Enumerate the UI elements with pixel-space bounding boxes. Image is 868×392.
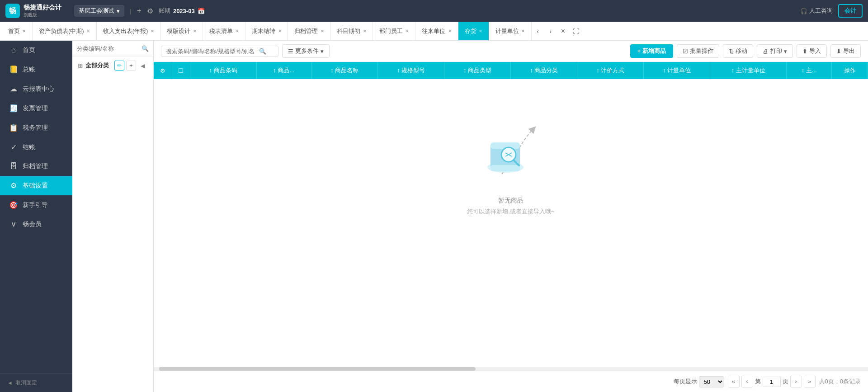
sidebar-item-member[interactable]: V 畅会员 <box>0 215 72 234</box>
last-page-button[interactable]: » <box>804 376 816 387</box>
tab-partner[interactable]: 往来单位 × <box>415 22 458 41</box>
sidebar-item-invoice[interactable]: 🧾 发票管理 <box>0 99 72 118</box>
tab-inventory[interactable]: 存货 × <box>458 22 489 41</box>
sidebar-guide-label: 新手引导 <box>23 201 48 209</box>
tab-inventory-label: 存货 <box>465 27 476 35</box>
sidebar-settlement-label: 结账 <box>23 143 35 151</box>
tab-close-all-button[interactable]: × <box>557 22 570 41</box>
tab-partner-close[interactable]: × <box>448 28 451 34</box>
tab-dept-close[interactable]: × <box>406 28 409 34</box>
sidebar-item-ledger[interactable]: 📒 总账 <box>0 60 72 79</box>
print-arrow-icon: ▾ <box>784 48 787 55</box>
col-spec[interactable]: ↕ 规格型号 <box>378 62 444 79</box>
category-edit-button[interactable]: ✏ <box>114 61 124 71</box>
export-label: 导出 <box>843 47 855 55</box>
tab-dept[interactable]: 部门员工 × <box>373 22 415 41</box>
tab-unit[interactable]: 计量单位 × <box>489 22 532 41</box>
calendar-icon[interactable]: 📅 <box>198 8 205 14</box>
tab-unit-label: 计量单位 <box>495 27 519 35</box>
category-search-input[interactable] <box>77 45 139 52</box>
col-price[interactable]: ↕ 计价方式 <box>577 62 644 79</box>
tab-subject[interactable]: 科目期初 × <box>330 22 373 41</box>
search-input[interactable] <box>166 48 256 55</box>
sidebar-item-guide[interactable]: 🎯 新手引导 <box>0 195 72 215</box>
tab-tax[interactable]: 税表清单 × <box>203 22 245 41</box>
sidebar-member-label: 畅会员 <box>23 220 42 228</box>
tab-balance[interactable]: 资产负债表(中期) × <box>33 22 97 41</box>
sidebar-archive-label: 归档管理 <box>23 162 48 170</box>
tab-archive[interactable]: 归档管理 × <box>288 22 330 41</box>
sidebar-item-tax[interactable]: 📋 税务管理 <box>0 118 72 137</box>
prev-page-button[interactable]: ‹ <box>741 376 753 387</box>
move-icon: ⇅ <box>729 48 734 55</box>
page-size-select[interactable]: 50 100 200 <box>699 376 724 387</box>
tab-income-close[interactable]: × <box>151 28 154 34</box>
tab-balance-close[interactable]: × <box>87 28 90 34</box>
col-main2[interactable]: ↕ 主... <box>787 62 832 79</box>
grid-icon: ⊞ <box>78 62 83 69</box>
filter-label: 更多条件 <box>295 47 319 55</box>
logo-area: 畅 畅捷通好会计 旗舰版 <box>5 4 69 18</box>
category-search-icon[interactable]: 🔍 <box>142 45 149 52</box>
page-number-input[interactable] <box>763 377 781 387</box>
new-product-button[interactable]: + 新增商品 <box>630 44 673 58</box>
export-button[interactable]: ⬇ 导出 <box>830 44 861 58</box>
sidebar-item-archive[interactable]: 🗄 归档管理 <box>0 157 72 176</box>
tab-next-button[interactable]: › <box>544 22 557 41</box>
filter-button[interactable]: ☰ 更多条件 ▾ <box>282 44 330 58</box>
sidebar-settings-label: 基础设置 <box>23 182 48 190</box>
sidebar-item-reports[interactable]: ☁ 云报表中心 <box>0 79 72 99</box>
tab-income[interactable]: 收入支出表(年报) × <box>97 22 161 41</box>
tab-prev-button[interactable]: ‹ <box>532 22 544 41</box>
project-selector[interactable]: 基层工会测试 ▾ <box>74 5 124 17</box>
user-button[interactable]: 会计 <box>838 4 863 18</box>
col-unit[interactable]: ↕ 计量单位 <box>644 62 710 79</box>
horizontal-scrollbar[interactable] <box>154 367 868 371</box>
col-settings[interactable]: ⚙ <box>154 62 172 79</box>
col-type[interactable]: ↕ 商品类型 <box>444 62 511 79</box>
tab-dept-label: 部门员工 <box>379 27 403 35</box>
tab-template[interactable]: 模版设计 × <box>160 22 203 41</box>
col-name[interactable]: ↕ 商品名称 <box>311 62 378 79</box>
tab-home-close[interactable]: × <box>23 28 26 34</box>
tab-archive-close[interactable]: × <box>321 28 324 34</box>
sidebar-item-home[interactable]: ⌂ 首页 <box>0 41 72 60</box>
tab-tax-close[interactable]: × <box>236 28 239 34</box>
tab-expand-button[interactable]: ⛶ <box>570 22 582 41</box>
tab-template-close[interactable]: × <box>193 28 196 34</box>
tab-period[interactable]: 期末结转 × <box>245 22 288 41</box>
col-checkbox[interactable]: ☐ <box>172 62 190 79</box>
pagination-bar: 每页显示 50 100 200 « ‹ 第 页 › » 共0页，0条记录 <box>154 371 868 392</box>
sidebar-collapse-button[interactable]: ◄ 取消固定 <box>0 373 72 392</box>
batch-ops-button[interactable]: ☑ 批量操作 <box>677 44 719 58</box>
settings-icon[interactable]: ⚙ <box>147 7 153 15</box>
category-all-label: ⊞ 全部分类 <box>78 61 109 70</box>
tab-inventory-close[interactable]: × <box>479 28 482 34</box>
empty-illustration <box>475 115 547 188</box>
tab-subject-label: 科目期初 <box>337 27 360 35</box>
empty-arrow-svg <box>475 115 547 188</box>
sidebar-item-settings[interactable]: ⚙ 基础设置 <box>0 176 72 195</box>
tab-period-close[interactable]: × <box>278 28 281 34</box>
category-add-button[interactable]: + <box>126 61 136 71</box>
col-barcode[interactable]: ↕ 商品条码 <box>190 62 256 79</box>
search-icon[interactable]: 🔍 <box>259 48 266 55</box>
scrollbar-thumb[interactable] <box>159 367 476 371</box>
print-button[interactable]: 🖨 打印 ▾ <box>757 44 793 58</box>
col-category[interactable]: ↕ 商品分类 <box>511 62 577 79</box>
data-table: ⚙ ☐ ↕ 商品条码 ↕ 商品... ↕ 商品名称 <box>154 62 868 79</box>
col-code[interactable]: ↕ 商品... <box>256 62 311 79</box>
tab-home[interactable]: 首页 × <box>2 22 33 41</box>
first-page-button[interactable]: « <box>728 376 740 387</box>
tab-unit-close[interactable]: × <box>522 28 525 34</box>
support-button[interactable]: 🎧 人工咨询 <box>800 7 833 15</box>
page-suffix: 页 <box>783 378 788 386</box>
tab-subject-close[interactable]: × <box>363 28 366 34</box>
sidebar-item-settlement[interactable]: ✓ 结账 <box>0 137 72 157</box>
import-button[interactable]: ⬆ 导入 <box>797 44 827 58</box>
add-tab-button[interactable]: + <box>137 7 142 15</box>
next-page-button[interactable]: › <box>790 376 802 387</box>
col-main-unit[interactable]: ↕ 主计量单位 <box>710 62 787 79</box>
move-button[interactable]: ⇅ 移动 <box>723 44 753 58</box>
category-collapse-button[interactable]: ◀ <box>138 61 148 71</box>
